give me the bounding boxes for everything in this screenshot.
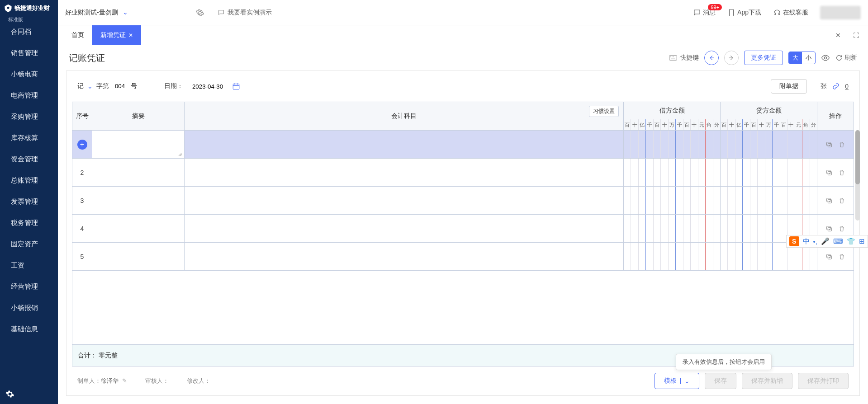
- cell-credit[interactable]: [721, 187, 817, 214]
- copy-icon[interactable]: [825, 141, 833, 148]
- cell-debit[interactable]: [624, 159, 721, 186]
- delete-icon[interactable]: [838, 169, 845, 176]
- prev-button[interactable]: [704, 51, 719, 65]
- project-selector[interactable]: 好业财测试-量勿删 ⌄: [65, 9, 128, 17]
- view-button[interactable]: [821, 53, 830, 62]
- download-button[interactable]: App下载: [727, 9, 761, 17]
- nav-item[interactable]: 小畅电商: [0, 64, 58, 85]
- size-small-button[interactable]: 小: [802, 52, 815, 64]
- table-row[interactable]: 3: [72, 187, 854, 215]
- sidebar-settings[interactable]: [0, 384, 58, 404]
- link-icon[interactable]: [832, 83, 840, 90]
- edit-icon[interactable]: ✎: [122, 377, 127, 384]
- cell-account[interactable]: [185, 131, 624, 158]
- shortcut-button[interactable]: 快捷键: [669, 54, 699, 62]
- settings-button[interactable]: [196, 9, 204, 17]
- service-button[interactable]: 在线客服: [773, 9, 808, 17]
- cell-account[interactable]: [185, 215, 624, 242]
- nav-item[interactable]: 资金管理: [0, 149, 58, 170]
- nav-item[interactable]: 销售管理: [0, 42, 58, 64]
- cell-credit[interactable]: [721, 159, 817, 186]
- nav-item[interactable]: 采购管理: [0, 106, 58, 127]
- ime-lang[interactable]: 中: [803, 237, 810, 246]
- nav-item[interactable]: 基础信息: [0, 319, 58, 340]
- demo-link[interactable]: 我要看实例演示: [218, 9, 272, 17]
- add-row-button[interactable]: +: [77, 140, 87, 150]
- nav-item[interactable]: 总账管理: [0, 170, 58, 191]
- tab-new-voucher[interactable]: 新增凭证 ✕: [92, 25, 141, 45]
- cell-summary[interactable]: [92, 243, 185, 270]
- close-all-button[interactable]: ✕: [832, 29, 844, 42]
- size-big-button[interactable]: 大: [789, 52, 802, 64]
- voucher-word-label: 字第: [96, 82, 109, 90]
- cell-account[interactable]: [185, 243, 624, 270]
- chevron-down-icon[interactable]: ⌄: [87, 83, 93, 90]
- table-row[interactable]: +: [72, 131, 854, 159]
- nav-item[interactable]: 发票管理: [0, 191, 58, 212]
- digit-cell: 分: [713, 119, 720, 130]
- scrollbar[interactable]: [855, 130, 860, 221]
- cell-ops: [817, 159, 854, 186]
- voucher-number-input[interactable]: [113, 83, 127, 90]
- nav-item[interactable]: 工资: [0, 255, 58, 276]
- habit-settings-button[interactable]: 习惯设置: [589, 106, 619, 117]
- ime-skin-icon[interactable]: 👕: [847, 237, 855, 245]
- table-row[interactable]: 4: [72, 215, 854, 243]
- template-button[interactable]: 模板 ⌄: [655, 373, 699, 389]
- copy-icon[interactable]: [825, 253, 833, 260]
- delete-icon[interactable]: [838, 141, 845, 148]
- ime-punct-icon[interactable]: •,: [813, 238, 817, 245]
- summary-input[interactable]: [94, 132, 182, 156]
- nav-item[interactable]: 固定资产: [0, 234, 58, 255]
- messages-button[interactable]: 消息 99+: [693, 9, 716, 17]
- digit-cell: 角: [706, 119, 713, 130]
- delete-icon[interactable]: [838, 225, 845, 232]
- nav-item[interactable]: 经营管理: [0, 276, 58, 297]
- more-voucher-button[interactable]: 更多凭证: [744, 51, 783, 65]
- digit-cell: 十: [787, 119, 795, 130]
- cell-credit[interactable]: [721, 131, 817, 158]
- digit-cell: 角: [802, 119, 810, 130]
- cell-summary[interactable]: [92, 131, 185, 158]
- ime-toolbar[interactable]: S 中 •, 🎤 ⌨ 👕 ⊞: [786, 235, 868, 248]
- table-row[interactable]: 2: [72, 159, 854, 187]
- cell-debit[interactable]: [624, 131, 721, 158]
- nav-item[interactable]: 合同档: [0, 26, 58, 42]
- scrollbar-thumb[interactable]: [855, 130, 860, 184]
- ime-mic-icon[interactable]: 🎤: [821, 237, 830, 245]
- nav-item[interactable]: 库存核算: [0, 127, 58, 149]
- ime-toolbox-icon[interactable]: ⊞: [859, 237, 865, 245]
- date-input[interactable]: [188, 83, 228, 90]
- attach-count[interactable]: 0: [845, 83, 849, 90]
- cell-summary[interactable]: [92, 187, 185, 214]
- cell-summary[interactable]: [92, 159, 185, 186]
- fullscreen-button[interactable]: [850, 29, 863, 42]
- next-button[interactable]: [724, 51, 739, 65]
- delete-icon[interactable]: [838, 253, 845, 260]
- nav-item[interactable]: 电商管理: [0, 85, 58, 106]
- date-label: 日期：: [164, 82, 183, 90]
- nav-item[interactable]: 小畅报销: [0, 297, 58, 319]
- cell-debit[interactable]: [624, 243, 721, 270]
- copy-icon[interactable]: [825, 169, 833, 176]
- attach-button[interactable]: 附单据: [771, 79, 807, 94]
- calendar-icon[interactable]: [232, 82, 240, 90]
- cell-debit[interactable]: [624, 215, 721, 242]
- tab-home[interactable]: 首页: [63, 25, 92, 45]
- table-row[interactable]: 5: [72, 243, 854, 271]
- cell-summary[interactable]: [92, 215, 185, 242]
- delete-icon[interactable]: [838, 197, 845, 204]
- cell-account[interactable]: [185, 187, 624, 214]
- copy-icon[interactable]: [825, 225, 833, 232]
- copy-icon[interactable]: [825, 197, 833, 204]
- close-icon[interactable]: ✕: [128, 32, 133, 38]
- debit-header-text: 借方金额: [624, 102, 720, 119]
- refresh-button[interactable]: 刷新: [835, 54, 857, 62]
- cell-debit[interactable]: [624, 187, 721, 214]
- nav-item[interactable]: 税务管理: [0, 212, 58, 234]
- account-header-text: 会计科目: [391, 112, 417, 120]
- ime-keyboard-icon[interactable]: ⌨: [833, 237, 843, 245]
- voucher-num-suffix: 号: [131, 82, 137, 90]
- cell-account[interactable]: [185, 159, 624, 186]
- avatar[interactable]: [820, 6, 861, 19]
